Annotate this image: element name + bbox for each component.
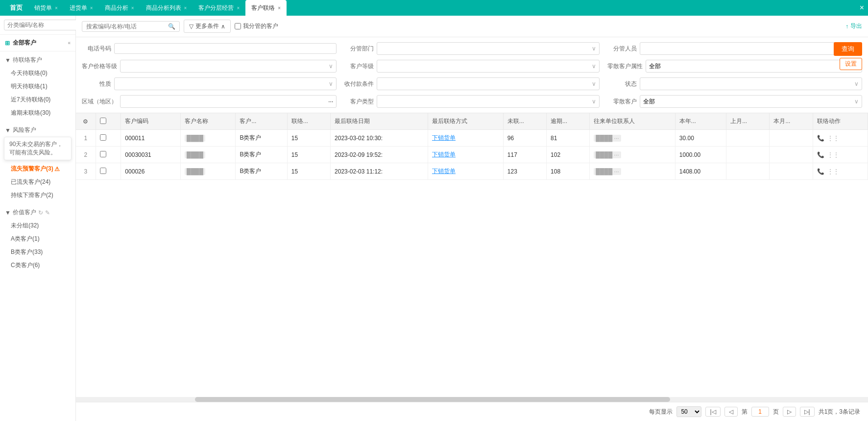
cell-this-year: 30.00	[675, 130, 726, 147]
zero-customer-select[interactable]: 全部 ∨	[640, 95, 862, 108]
customer-grade-select[interactable]: ∨	[377, 60, 599, 73]
cell-action: 📞 ⋮⋮	[813, 147, 868, 163]
phone-label: 电话号码	[82, 45, 111, 53]
page-number-input[interactable]	[751, 407, 769, 417]
search-input[interactable]	[86, 23, 168, 30]
close-purchase-tab[interactable]: ×	[90, 5, 93, 11]
close-sales-tab[interactable]: ×	[55, 5, 58, 11]
scrollbar-thumb[interactable]	[195, 397, 670, 402]
window-close-button[interactable]: ×	[860, 3, 864, 12]
row-checkbox[interactable]	[100, 168, 106, 174]
phone-action-icon[interactable]: 📞	[817, 135, 824, 142]
more-action-icon[interactable]: ⋮⋮	[827, 151, 839, 158]
query-button[interactable]: 查询	[834, 42, 862, 56]
sidebar-collapse-btn[interactable]: «	[68, 40, 71, 46]
sidebar-item-7days[interactable]: 近7天待联络(0)	[0, 93, 75, 106]
per-page-select[interactable]: 50 100 200	[676, 406, 701, 417]
filter-row-nature: 性质 ∨	[82, 77, 337, 90]
next-page-btn[interactable]: ▷	[783, 407, 796, 417]
th-checkbox[interactable]	[96, 113, 121, 130]
zero-attr-select[interactable]: 全部 ∨	[646, 60, 862, 73]
sidebar-section-risk-title[interactable]: ▼ 风险客户	[0, 124, 75, 137]
last-page-btn[interactable]: ▷|	[800, 407, 815, 417]
close-analysis-tab[interactable]: ×	[131, 5, 134, 11]
table-settings-icon[interactable]: ⚙	[83, 118, 88, 125]
region-select[interactable]: ···	[120, 95, 337, 108]
phone-action-icon[interactable]: 📞	[817, 151, 824, 158]
tab-sales[interactable]: 销货单 ×	[28, 0, 64, 16]
more-conditions-btn[interactable]: ▽ 更多条件 ∧	[184, 20, 231, 33]
tab-analysis-list[interactable]: 商品分析列表 ×	[140, 0, 193, 16]
cell-name: ████	[181, 147, 236, 163]
sidebar-item-ungrouped[interactable]: 未分组(32)	[0, 219, 75, 232]
edit-value-icon[interactable]: ✎	[45, 209, 50, 216]
region-dots-icon[interactable]: ···	[328, 98, 333, 105]
price-grade-select[interactable]: ∨	[120, 60, 337, 73]
tab-home[interactable]: 首页	[4, 0, 28, 16]
my-customers-checkbox-label[interactable]: 我分管的客户	[235, 22, 278, 30]
sidebar-search-input[interactable]	[4, 20, 84, 30]
cell-checkbox[interactable]	[96, 147, 121, 163]
close-customer-link-tab[interactable]: ×	[278, 5, 281, 11]
th-settings[interactable]: ⚙	[76, 113, 96, 130]
sidebar-item-class-c[interactable]: C类客户(6)	[0, 259, 75, 272]
tab-customer-tier[interactable]: 客户分层经营 ×	[193, 0, 245, 16]
row-checkbox[interactable]	[100, 134, 106, 141]
table-container: ⚙ 客户编码 客户名称 客户... 联络... 最后联络日期 最后联络方式 未联…	[76, 113, 868, 397]
row-checkbox[interactable]	[100, 151, 106, 157]
search-submit-icon[interactable]: 🔍	[168, 23, 175, 30]
export-btn[interactable]: ↑ 导出	[845, 22, 862, 30]
company-contact-blurred: ████ ···	[594, 135, 621, 142]
phone-action-icon[interactable]: 📞	[817, 168, 824, 175]
phone-input[interactable]	[114, 43, 337, 54]
sidebar-item-churn-warning[interactable]: 流失预警客户(3) ⚠	[0, 162, 75, 175]
nature-select[interactable]: ∨	[114, 77, 337, 90]
payment-select[interactable]: ∨	[377, 77, 599, 90]
refresh-value-icon[interactable]: ↻	[38, 209, 43, 216]
customer-grade-chevron-icon: ∨	[592, 63, 596, 70]
action-icons: 📞 ⋮⋮	[817, 151, 864, 158]
sidebar-item-declining[interactable]: 持续下滑客户(2)	[0, 189, 75, 202]
page-label: 第	[742, 408, 747, 416]
more-action-icon[interactable]: ⋮⋮	[827, 135, 839, 142]
last-method-link[interactable]: 下销货单	[432, 151, 456, 158]
sidebar-item-tomorrow[interactable]: 明天待联络(1)	[0, 80, 75, 93]
last-method-link[interactable]: 下销货单	[432, 168, 456, 174]
cell-checkbox[interactable]	[96, 130, 121, 147]
cell-type: B类客户	[236, 130, 287, 147]
sidebar-section-value-title[interactable]: ▼ 价值客户 ↻ ✎	[0, 206, 75, 219]
sidebar-item-churned[interactable]: 已流失客户(24)	[0, 175, 75, 189]
settings-button[interactable]: 设置	[840, 58, 862, 70]
more-action-icon[interactable]: ⋮⋮	[827, 168, 839, 175]
person-select[interactable]: ···	[640, 42, 862, 55]
company-contact-blurred: ████ ···	[594, 168, 621, 175]
sidebar-item-class-b[interactable]: B类客户(33)	[0, 246, 75, 259]
price-grade-label: 客户价格等级	[82, 62, 117, 71]
table-header-row: ⚙ 客户编码 客户名称 客户... 联络... 最后联络日期 最后联络方式 未联…	[76, 113, 868, 130]
sidebar-all-customers[interactable]: ⊞ 全部客户 «	[0, 35, 75, 51]
sidebar-item-today[interactable]: 今天待联络(0)	[0, 67, 75, 80]
sidebar-item-class-a[interactable]: A类客户(1)	[0, 232, 75, 246]
last-method-link[interactable]: 下销货单	[432, 134, 456, 141]
customer-type-label: 客户类型	[344, 98, 374, 106]
close-customer-tier-tab[interactable]: ×	[237, 5, 240, 11]
tab-analysis[interactable]: 商品分析 ×	[99, 0, 140, 16]
customer-type-select[interactable]: ∨	[377, 95, 599, 108]
cell-name: ████	[181, 130, 236, 147]
sidebar-section-value: ▼ 价值客户 ↻ ✎ 未分组(32) A类客户(1) B类客户(33) C类客户…	[0, 204, 75, 274]
first-page-btn[interactable]: |◁	[705, 407, 720, 417]
filter-row-status: 状态 ∨	[607, 77, 862, 90]
my-customers-checkbox[interactable]	[235, 23, 241, 29]
sidebar-item-overdue[interactable]: 逾期未联络(30)	[0, 106, 75, 120]
cell-checkbox[interactable]	[96, 163, 121, 180]
close-analysis-list-tab[interactable]: ×	[184, 5, 187, 11]
prev-page-btn[interactable]: ◁	[724, 407, 738, 417]
dept-select[interactable]: ∨	[377, 42, 599, 55]
tab-customer-link[interactable]: 客户联络 ×	[245, 0, 287, 16]
cell-not-contacted: 123	[503, 163, 546, 180]
status-select[interactable]: ∨	[640, 77, 862, 90]
sidebar-section-pending-title[interactable]: ▼ 待联络客户	[0, 53, 75, 67]
select-all-checkbox[interactable]	[100, 118, 106, 124]
tab-purchase[interactable]: 进货单 ×	[64, 0, 99, 16]
horizontal-scrollbar[interactable]	[76, 397, 868, 402]
